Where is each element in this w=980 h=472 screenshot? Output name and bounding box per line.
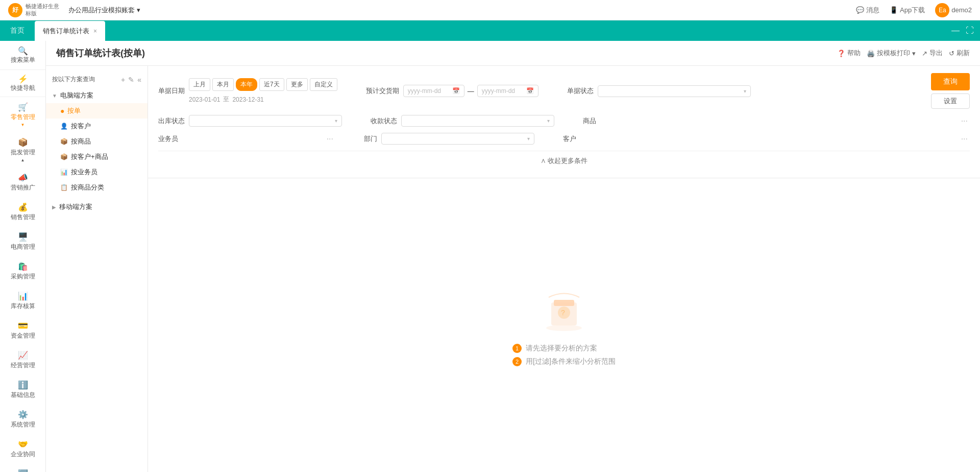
sidebar-item-ecommerce[interactable]: 🖥️ 电商管理 xyxy=(0,227,45,256)
salesman-more-button[interactable]: ··· xyxy=(325,134,335,144)
salesman-label: 业务员 xyxy=(158,134,178,144)
customergoods-scheme-icon: 📦 xyxy=(60,153,68,160)
ship-status-select[interactable]: ▾ xyxy=(189,115,342,127)
settings-button[interactable]: 设置 xyxy=(931,93,970,109)
tab-home[interactable]: 首页 xyxy=(0,20,35,41)
export-button[interactable]: ↗ 导出 xyxy=(922,49,943,58)
tree-parent-mobile[interactable]: ▶ 移动端方案 xyxy=(46,199,148,215)
tree-arrow-pc: ▼ xyxy=(52,93,57,99)
tab-close-icon[interactable]: × xyxy=(93,28,97,35)
tab-maximize-icon[interactable]: ⛶ xyxy=(964,24,976,37)
add-scheme-button[interactable]: + xyxy=(121,76,125,84)
sidebar-item-operation[interactable]: 📈 经营管理 xyxy=(0,345,45,375)
avatar: Ea xyxy=(935,3,949,17)
expected-date-start-input[interactable]: yyyy-mm-dd 📅 xyxy=(403,85,464,97)
pay-status-caret: ▾ xyxy=(547,118,550,124)
tabbar-actions: — ⛶ xyxy=(949,24,980,37)
sidebar-item-wholesale[interactable]: 📦 批发管理 ▲ xyxy=(0,132,45,168)
expected-date-end-input[interactable]: yyyy-mm-dd 📅 xyxy=(477,85,538,97)
sidebar-item-sales[interactable]: 💰 销售管理 xyxy=(0,197,45,227)
empty-state: ? 1 请先选择要分析的方案 2 用[过滤]条件来缩小分析范围 xyxy=(148,178,980,472)
customer-more-button[interactable]: ··· xyxy=(959,134,970,144)
filter-salesman: 业务员 ··· xyxy=(158,134,335,144)
filter-date: 单据日期 上月 本月 本年 近7天 更多 自定义 xyxy=(158,78,337,104)
date-btn-thisyear[interactable]: 本年 xyxy=(236,78,257,91)
customer-label: 客户 xyxy=(563,134,576,144)
topbar-left: 好 畅捷通好生意 标版 办公用品行业模拟账套 ▾ xyxy=(8,3,144,17)
sidebar-item-purchase[interactable]: 🛍️ 采购管理 xyxy=(0,256,45,286)
sidebar-search[interactable]: 🔍 搜索菜单 xyxy=(0,41,45,70)
print-dropdown-icon: ▾ xyxy=(912,50,916,57)
sidebar-item-basic[interactable]: ℹ️ 基础信息 xyxy=(0,375,45,405)
message-action[interactable]: 💬 消息 xyxy=(856,6,879,15)
user-action[interactable]: Ea demo2 xyxy=(935,3,972,17)
collapse-panel-button[interactable]: « xyxy=(137,76,141,84)
pay-status-select[interactable]: ▾ xyxy=(401,115,554,127)
logo-icon: 好 xyxy=(8,3,22,17)
calendar-end-icon: 📅 xyxy=(526,87,534,95)
tree-arrow-mobile: ▶ xyxy=(52,204,56,210)
company-select[interactable]: 办公用品行业模拟账套 ▾ xyxy=(64,4,144,17)
bill-status-select[interactable]: ▾ xyxy=(598,85,751,97)
scheme-item-bygoods[interactable]: 📦 按商品 xyxy=(46,134,148,149)
ship-status-caret: ▾ xyxy=(335,118,337,124)
scheme-item-byorder[interactable]: ● 按单 xyxy=(46,103,148,119)
bill-status-caret: ▾ xyxy=(744,88,746,94)
filter-row-2: 出库状态 ▾ 收款状态 ▾ xyxy=(158,115,970,127)
logo-text: 畅捷通好生意 标版 xyxy=(26,3,59,16)
date-group: 上月 本月 本年 近7天 更多 自定义 2023-01-01 至 xyxy=(189,78,337,104)
customer-scheme-icon: 👤 xyxy=(60,123,68,130)
tab-minimize-icon[interactable]: — xyxy=(949,24,962,37)
date-btn-lastmonth[interactable]: 上月 xyxy=(189,78,210,91)
sidebar-item-finance[interactable]: 💳 资金管理 xyxy=(0,316,45,345)
sidebar-item-retail[interactable]: 🛒 零售管理 ▼ xyxy=(0,97,45,132)
app-download-action[interactable]: 📱 App下载 xyxy=(890,6,925,15)
content: 销售订单统计表(按单) ❓ 帮助 🖨️ 按模板打印 ▾ ↗ 导出 ↺ 刷新 xyxy=(46,41,980,472)
page-actions: ❓ 帮助 🖨️ 按模板打印 ▾ ↗ 导出 ↺ 刷新 xyxy=(837,49,970,58)
print-icon: 🖨️ xyxy=(867,50,875,57)
goods-scheme-icon: 📦 xyxy=(60,138,68,145)
page-header: 销售订单统计表(按单) ❓ 帮助 🖨️ 按模板打印 ▾ ↗ 导出 ↺ 刷新 xyxy=(46,41,980,66)
date-quick-buttons: 上月 本月 本年 近7天 更多 自定义 xyxy=(189,78,337,91)
wholesale-expand-icon: ▲ xyxy=(21,158,25,162)
refresh-button[interactable]: ↺ 刷新 xyxy=(949,49,970,58)
scheme-item-bycustomer[interactable]: 👤 按客户 xyxy=(46,119,148,134)
dept-caret: ▾ xyxy=(527,136,530,141)
sidebar-item-system[interactable]: ⚙️ 系统管理 xyxy=(0,405,45,434)
sidebar-item-newuser[interactable]: 🆕 新手引导 xyxy=(0,464,45,472)
filter-row-1: 单据日期 上月 本月 本年 近7天 更多 自定义 xyxy=(158,73,970,109)
tab-sales-order[interactable]: 销售订单统计表 × xyxy=(35,21,105,41)
logo-area: 好 畅捷通好生意 标版 xyxy=(8,3,59,17)
inner-layout: 按以下方案查询 + ✎ « ▼ 电脑端方案 ● 按单 xyxy=(46,66,980,472)
export-icon: ↗ xyxy=(922,50,927,57)
template-print-button[interactable]: 🖨️ 按模板打印 ▾ xyxy=(867,49,916,58)
date-range-display: 2023-01-01 至 2023-12-31 xyxy=(189,95,337,104)
date-btn-thismonth[interactable]: 本月 xyxy=(212,78,234,91)
tree-parent-pc[interactable]: ▼ 电脑端方案 xyxy=(46,88,148,103)
svg-rect-2 xyxy=(554,300,574,306)
panel-header: 按以下方案查询 + ✎ « xyxy=(46,71,148,88)
collapse-filters-button[interactable]: ∧ 收起更多条件 xyxy=(158,151,970,171)
category-scheme-icon: 📋 xyxy=(60,184,68,191)
sidebar-quick-nav[interactable]: ⚡ 快捷导航 xyxy=(0,70,45,97)
scheme-item-bycategory[interactable]: 📋 按商品分类 xyxy=(46,180,148,195)
scheme-item-bysalesman[interactable]: 📊 按业务员 xyxy=(46,164,148,180)
date-btn-more[interactable]: 更多 xyxy=(286,78,308,91)
scheme-active-icon: ● xyxy=(60,107,64,115)
svg-point-0 xyxy=(546,325,582,331)
tabbar: 首页 销售订单统计表 × — ⛶ xyxy=(0,20,980,41)
date-btn-7days[interactable]: 近7天 xyxy=(259,78,284,91)
empty-tip-1: 1 请先选择要分析的方案 xyxy=(512,344,616,353)
panel-header-actions: + ✎ « xyxy=(121,76,141,84)
empty-illustration: ? xyxy=(538,285,590,336)
scheme-item-bycustomergoods[interactable]: 📦 按客户+商品 xyxy=(46,149,148,164)
help-button[interactable]: ❓ 帮助 xyxy=(837,49,861,58)
goods-more-button[interactable]: ··· xyxy=(959,116,970,126)
sidebar-item-inventory[interactable]: 📊 库存核算 xyxy=(0,286,45,316)
query-button[interactable]: 查询 xyxy=(931,73,970,90)
sidebar-item-enterprise[interactable]: 🤝 企业协同 xyxy=(0,434,45,464)
dept-select[interactable]: ▾ xyxy=(381,133,534,145)
edit-scheme-button[interactable]: ✎ xyxy=(128,76,134,84)
sidebar-item-marketing[interactable]: 📣 营销推广 xyxy=(0,168,45,197)
date-btn-custom[interactable]: 自定义 xyxy=(310,78,337,91)
